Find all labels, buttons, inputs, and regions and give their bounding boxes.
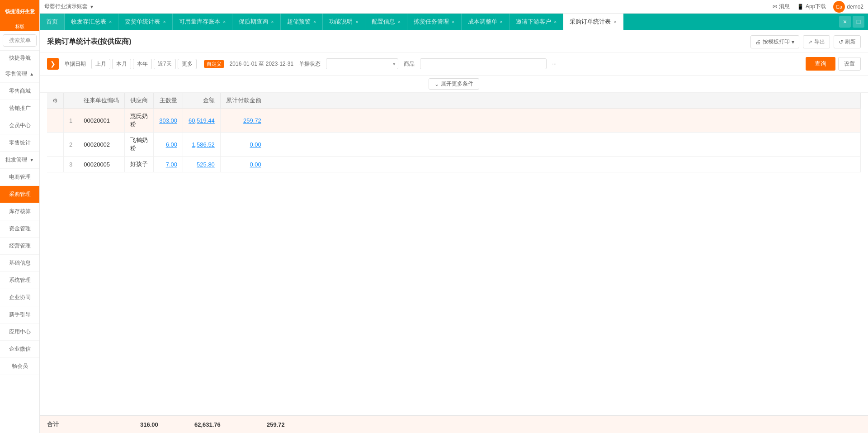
sidebar-item-retail-stat[interactable]: 零售统计 xyxy=(0,134,39,152)
sidebar-item-retail[interactable]: 零售管理 ▲ xyxy=(0,66,39,83)
goods-input[interactable] xyxy=(420,58,547,69)
tab-shoufa[interactable]: 收发存汇总表× xyxy=(65,14,118,30)
tab-chaochun[interactable]: 超储预警× xyxy=(281,14,323,30)
paid-col-header: 累计付款金额 xyxy=(220,93,267,109)
shortcut-more[interactable]: 更多 xyxy=(178,59,197,69)
shortcut-this-year[interactable]: 本年 xyxy=(133,59,152,69)
close-icon[interactable]: × xyxy=(313,19,316,24)
sidebar-item-wechat[interactable]: 企业微信 xyxy=(0,341,39,358)
row-spacer-2 xyxy=(267,133,860,157)
row-gear-3[interactable] xyxy=(47,157,64,172)
sidebar-item-vip[interactable]: 畅会员 xyxy=(0,358,39,375)
workspace-dropdown-icon[interactable]: ▾ xyxy=(90,4,93,10)
row-qty-2[interactable]: 6.00 xyxy=(154,133,183,157)
close-icon[interactable]: × xyxy=(163,19,165,24)
sidebar-item-ecommerce[interactable]: 电商管理 xyxy=(0,169,39,186)
row-supplier-3: 好孩子 xyxy=(125,157,154,172)
close-icon[interactable]: × xyxy=(554,19,557,24)
row-amount-1[interactable]: 60,519.44 xyxy=(183,109,221,133)
row-gear-2[interactable] xyxy=(47,133,64,157)
avatar: Ea xyxy=(833,1,845,13)
tab-close-button[interactable]: × xyxy=(839,16,851,28)
tab-pihuo[interactable]: 拣货任务管理× xyxy=(407,14,461,30)
expand-more-button[interactable]: ⌄ 展开更多条件 xyxy=(429,78,479,90)
row-amount-3[interactable]: 525.80 xyxy=(183,157,221,172)
shortcut-7days[interactable]: 近7天 xyxy=(154,59,176,69)
close-icon[interactable]: × xyxy=(223,19,226,24)
search-menu-button[interactable]: 搜索菜单 xyxy=(3,34,37,47)
app-download-icon: 📱 xyxy=(797,4,804,10)
print-button[interactable]: 🖨 按模板打印 ▾ xyxy=(750,35,799,48)
row-no-3: 3 xyxy=(64,157,78,172)
status-select[interactable] xyxy=(326,58,398,69)
summary-amount: 62,631.76 xyxy=(194,421,240,428)
refresh-icon: ↺ xyxy=(839,39,843,45)
user-profile[interactable]: Ea demo2 xyxy=(833,1,863,13)
row-amount-2[interactable]: 1,586.52 xyxy=(183,133,221,157)
close-icon[interactable]: × xyxy=(500,19,503,24)
close-icon[interactable]: × xyxy=(452,19,454,24)
sidebar-item-member[interactable]: 会员中心 xyxy=(0,117,39,134)
close-icon[interactable]: × xyxy=(613,19,616,24)
sidebar-item-retail-mall[interactable]: 零售商城 xyxy=(0,83,39,100)
search-menu-area[interactable]: 搜索菜单 xyxy=(0,31,39,51)
action-buttons: 查询 设置 xyxy=(806,57,861,71)
tab-caigou[interactable]: 采购订单统计表× xyxy=(563,14,623,30)
table-header-row: ⚙ 往来单位编码 供应商 主数量 金额 累计付款金额 xyxy=(47,93,861,109)
settings-button[interactable]: 设置 xyxy=(838,57,861,71)
sidebar-item-corp[interactable]: 企业协同 xyxy=(0,289,39,306)
filter-expand-arrow[interactable]: ❯ xyxy=(47,58,59,70)
expand-more-label: 展开更多条件 xyxy=(441,80,473,88)
tab-gongneng[interactable]: 功能说明× xyxy=(323,14,365,30)
sidebar-item-wholesale[interactable]: 批发管理 ▼ xyxy=(0,152,39,169)
row-code-2: 00020002 xyxy=(78,133,125,157)
sidebar-item-inventory[interactable]: 库存核算 xyxy=(0,203,39,220)
app-download-label: App下载 xyxy=(806,3,826,10)
sidebar-item-system[interactable]: 系统管理 xyxy=(0,272,39,289)
close-icon[interactable]: × xyxy=(271,19,274,24)
query-button[interactable]: 查询 xyxy=(806,57,835,71)
shortcut-last-month[interactable]: 上月 xyxy=(91,59,110,69)
close-icon[interactable]: × xyxy=(109,19,112,24)
topbar-left: 母婴行业演示账套 ▾ xyxy=(44,3,93,10)
tab-yaohuo[interactable]: 要货单统计表× xyxy=(118,14,172,30)
row-paid-3[interactable]: 0.00 xyxy=(220,157,267,172)
gear-col-header[interactable]: ⚙ xyxy=(47,93,64,109)
app-download-item[interactable]: 📱 App下载 xyxy=(797,3,826,10)
quick-nav-item[interactable]: 快捷导航 xyxy=(0,51,39,66)
tab-chengben[interactable]: 成本调整单× xyxy=(462,14,509,30)
refresh-button[interactable]: ↺ 刷新 xyxy=(834,35,861,48)
row-paid-2[interactable]: 0.00 xyxy=(220,133,267,157)
tab-peizhi[interactable]: 配置信息× xyxy=(365,14,407,30)
summary-label: 合计 xyxy=(47,420,59,428)
sidebar-item-finance[interactable]: 资金管理 xyxy=(0,220,39,238)
row-qty-3[interactable]: 7.00 xyxy=(154,157,183,172)
message-item[interactable]: ✉ 消息 xyxy=(773,3,790,10)
row-gear-1[interactable] xyxy=(47,109,64,133)
topbar: 母婴行业演示账套 ▾ ✉ 消息 📱 App下载 Ea demo2 xyxy=(40,0,868,14)
print-dropdown-icon[interactable]: ▾ xyxy=(792,39,794,45)
sidebar-item-newbie[interactable]: 新手引导 xyxy=(0,306,39,324)
filter-row: ❯ 单据日期 上月 本月 本年 近7天 更多 自定义 2016-01-01 至 … xyxy=(47,57,861,71)
sidebar-item-purchase[interactable]: 采购管理 xyxy=(0,186,39,203)
row-paid-1[interactable]: 259.72 xyxy=(220,109,267,133)
sidebar-item-marketing[interactable]: 营销推广 xyxy=(0,100,39,117)
refresh-label: 刷新 xyxy=(845,38,856,46)
tab-yaoqing[interactable]: 邀请下游客户× xyxy=(509,14,563,30)
date-shortcuts: 上月 本月 本年 近7天 更多 xyxy=(91,59,197,69)
tab-baozhi[interactable]: 保质期查询× xyxy=(232,14,280,30)
avatar-initials: Ea xyxy=(836,4,842,10)
row-spacer-1 xyxy=(267,109,860,133)
goods-more-icon[interactable]: ··· xyxy=(552,61,557,67)
sidebar-item-operation[interactable]: 经营管理 xyxy=(0,238,39,255)
tab-keyong[interactable]: 可用量库存账本× xyxy=(173,14,232,30)
sidebar-item-appstore[interactable]: 应用中心 xyxy=(0,324,39,341)
shortcut-this-month[interactable]: 本月 xyxy=(112,59,131,69)
close-icon[interactable]: × xyxy=(355,19,358,24)
close-icon[interactable]: × xyxy=(398,19,401,24)
tab-home[interactable]: 首页 xyxy=(40,14,65,30)
sidebar-item-basic[interactable]: 基础信息 xyxy=(0,255,39,272)
tab-maximize-button[interactable]: □ xyxy=(853,16,864,28)
row-qty-1[interactable]: 303.00 xyxy=(154,109,183,133)
export-button[interactable]: ↗ 导出 xyxy=(803,35,830,48)
